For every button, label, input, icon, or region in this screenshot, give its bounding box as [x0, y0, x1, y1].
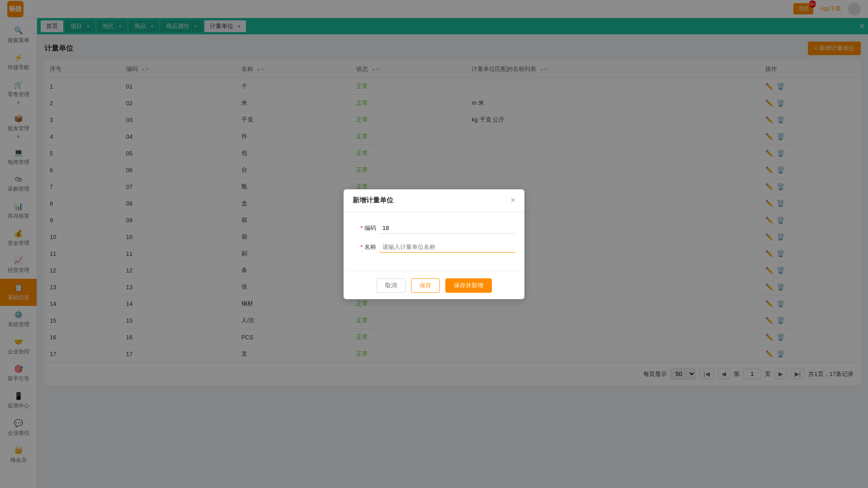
- add-unit-modal: 新增计量单位 × 编码 名称 取消 保存 保存并新增: [344, 189, 524, 299]
- modal-footer: 取消 保存 保存并新增: [344, 272, 524, 299]
- modal-title: 新增计量单位: [353, 196, 393, 205]
- save-and-new-button[interactable]: 保存并新增: [445, 278, 492, 293]
- modal-close-button[interactable]: ×: [510, 196, 515, 205]
- modal-overlay: 新增计量单位 × 编码 名称 取消 保存 保存并新增: [0, 0, 868, 488]
- name-row: 名称: [353, 242, 515, 253]
- name-input[interactable]: [380, 242, 515, 253]
- modal-body: 编码 名称: [344, 212, 524, 272]
- name-label: 名称: [353, 243, 380, 251]
- code-row: 编码: [353, 223, 515, 234]
- modal-header: 新增计量单位 ×: [344, 189, 524, 212]
- cancel-button[interactable]: 取消: [377, 278, 406, 293]
- code-input[interactable]: [380, 223, 515, 234]
- save-button[interactable]: 保存: [411, 278, 440, 293]
- code-label: 编码: [353, 224, 380, 232]
